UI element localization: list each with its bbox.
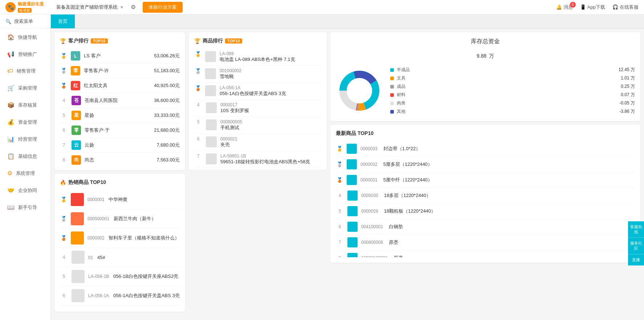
rank-num: 5 [60,274,68,279]
dropdown-arrow-icon: ▼ [120,5,124,9]
online-service-label: 在线客服 [620,4,639,11]
trophy-icon: 🏆 [60,38,66,44]
product-sales-item: 7 LA-59651-1B 59651-1B旋转投影灯电池盒ABS黑色+58克 [194,151,321,168]
notifications-button[interactable]: 🔔 消息 6 [556,4,573,11]
sidebar-item-purchase[interactable]: 🛒采购管理 [0,79,50,97]
sidebar-item-basic[interactable]: 📋基础信息 [0,148,50,165]
online-service-button[interactable]: 🎧 在线客服 [612,4,639,11]
sidebar-label-basic: 基础信息 [18,153,37,160]
customer-avatar: 零 [71,66,80,75]
sidebar-item-guide[interactable]: 📖新手引导 [0,199,50,216]
new-product-name: 白钢垫 [389,223,403,230]
enterprise-icon: 🤝 [7,187,15,194]
sidebar-item-inventory[interactable]: 📦库存核算 [0,97,50,114]
search-menu-button[interactable]: 🔍 搜索菜单 [0,15,50,29]
new-product-item: 5 0000029 18颗粒板（1220*2440） [336,204,635,219]
product-sales-item: 6 0000021 夹壳 [194,134,321,151]
customer-avatar: 云 [72,140,81,150]
hot-product-info: 0000001 中华神獒 [87,196,127,203]
sidebar-label-marketing: 营销推广 [18,51,37,58]
new-product-item: 🥇 0000033 封边带（1.0*22） [336,141,635,157]
new-product-thumbnail [347,237,358,247]
system-select[interactable]: 装备及固定资产辅助管理系统 ▼ [56,4,124,11]
rank-num: 8 [60,157,68,163]
inventory-legend: 半成品 12.45 万 文具 1.01 万 成品 0.25 万 材料 0.07 … [390,66,635,116]
sidebar-item-sales[interactable]: 🏷销售管理 [0,63,50,79]
sidebar-item-shortcut[interactable]: 🏠快捷导航 [0,29,50,46]
rank-icon: 🥉 [60,83,67,89]
trial-button[interactable]: 体验行业方案 [143,2,183,13]
customer-ranking-title: 🏆 客户排行 TOP10 [60,38,180,44]
rank-num: 7 [194,153,202,159]
sidebar-item-system[interactable]: ⚙系统管理 [0,165,50,182]
new-product-code: 10000100001 [361,255,388,257]
customer-list-item: 7 云 云扬 7,680.00元 [60,138,180,153]
new-product-name: 18颗粒板（1220*2440） [384,208,436,214]
rank-num: 4 [194,102,202,107]
customer-list-item: 🥉 红 红太阳文具 40,925.00元 [60,78,180,93]
sidebar-item-operations[interactable]: 📊经营管理 [0,131,50,148]
hot-product-item: 5 LA-056-1B 056-1B白色按键开关座ABS2壳 [60,267,180,286]
customer-name: 红太阳文具 [84,82,150,89]
legend-name: 成品 [397,83,618,90]
customer-avatar: 苍 [72,96,81,105]
rank-num: 5 [60,113,68,118]
system-name: 装备及固定资产辅助管理系统 [56,4,118,11]
app-download-button[interactable]: 📱 App下载 [580,4,605,11]
customer-name: 尚态 [85,157,153,163]
product-sales-item: 🥉 LA-056-1A 056-1A白色按键开关盖ABS 3克 [194,83,321,100]
product-info: LA-056-1A 056-1A白色按键开关盖ABS 3克 [220,85,321,97]
product-thumbnail [205,68,216,79]
sidebar-item-finance[interactable]: 💰资金管理 [0,114,50,131]
customer-amount: 40,925.00元 [154,82,180,89]
rank-num: 6 [60,293,68,298]
legend-color-dot [390,77,394,80]
new-product-thumbnail [347,159,357,169]
rank-icon: 🥉 [194,85,201,91]
top-header: 🐾 畅捷通好生意 标准版 装备及固定资产辅助管理系统 ▼ ⚙ 体验行业方案 🔔 … [0,0,644,15]
rank-icon: 🥉 [336,177,343,183]
rank-num: 5 [336,209,344,214]
new-product-thumbnail [347,144,357,154]
legend-color-dot [390,68,394,72]
app-download-label: App下载 [587,4,605,11]
product-name: 手机测试 [220,124,321,131]
rank-num: 6 [336,224,344,229]
inventory-unit: 万 [489,53,494,59]
new-products-panel: 最新商品 TOP10 🥇 0000033 封边带（1.0*22）🥈 000003… [330,125,640,263]
product-info: 0000017 10S 变刹罗猴 [220,102,321,114]
new-product-thumbnail [347,206,358,216]
hot-product-item: 7 NB2.0X30B 2.0X30MM双搓花轴,搓花直径2.1MM/ROHS [60,305,180,306]
legend-value: 0.25 万 [621,83,635,90]
product-info: 0000021 夹壳 [220,136,321,148]
chart-area: 库存资金占比 半成品 12.45 万 文具 1.01 万 成品 0.25 万 材… [336,66,635,116]
product-sales-list: 🥇 LA-089 电池盖 LA-089 ABS本色+黑种 7.1克 🥈 0010… [194,49,321,168]
new-product-thumbnail [347,222,358,232]
product-sales-item: 5 000800005 手机测试 [194,117,321,134]
new-product-item: 🥈 0000032 5厘多层（1220*2440） [336,157,635,172]
sidebar-label-purchase: 采购管理 [18,85,37,91]
product-image-placeholder [72,251,85,264]
legend-item: 文具 1.01 万 [390,74,635,82]
hot-product-info: LA-056-1A 056-1A白色按键开关盖ABS 3壳 [88,292,180,299]
tab-home[interactable]: 首页 [51,15,75,28]
sidebar-item-enterprise[interactable]: 🤝企业协同 [0,182,50,199]
hot-product-info: 0000002 智利车子里（规格不知道填什么） [87,235,179,241]
legend-value: 1.01 万 [621,75,635,81]
rank-num: 5 [194,119,202,124]
new-products-list: 🥇 0000033 封边带（1.0*22）🥈 0000032 5厘多层（1220… [336,141,635,257]
customer-list-item: 🥇 L LS 客户 53,006.26元 [60,49,180,63]
service-community-button[interactable]: 服务社区 [628,238,644,254]
inventory-panel: 库存总资金 9.88 万 [330,32,640,121]
content-area: 🏆 客户排行 TOP10 🥇 L LS 客户 53,006.26元🥈 零 零售客… [51,29,644,315]
settings-button[interactable]: ⚙ [128,2,138,12]
customer-name: 云扬 [85,142,153,148]
livestream-button[interactable]: 直播 [628,254,644,266]
sidebar-item-marketing[interactable]: 📢营销推广 [0,46,50,63]
product-thumbnail [206,119,217,130]
customer-list: 🥇 L LS 客户 53,006.26元🥈 零 零售客户·许 51,183.00… [60,49,180,165]
service-hotline-button[interactable]: 客服热线 [628,221,644,238]
product-thumbnail [206,102,217,113]
svg-point-6 [347,78,372,103]
hot-product-code: 01 [88,255,93,260]
